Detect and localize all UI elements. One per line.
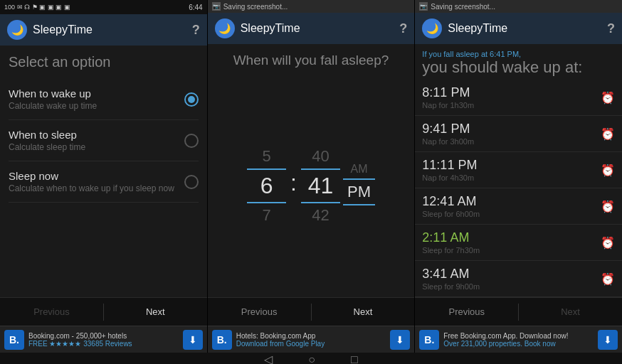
wake-time-0-sub: Nap for 1h30m [422,101,474,109]
app-title-2: SleepyTime [241,22,300,35]
wake-time-3[interactable]: 12:41 AM Sleep for 6h00m ⏰ [415,188,622,225]
minute-below: 42 [312,203,329,228]
hour-current: 6 [247,168,286,203]
ad-bar-1[interactable]: B. Booking.com - 250,000+ hotels FREE ★★… [0,326,207,353]
wake-time-4-main: 2:11 AM [422,230,480,245]
saving-bar-2: 📷 Saving screenshot... [208,0,415,13]
wake-time-2[interactable]: 11:11 PM Nap for 4h30m ⏰ [415,152,622,188]
screen-3: 📷 Saving screenshot... 🌙 SleepyTime ? If… [415,0,622,353]
prev-btn-3[interactable]: Previous [415,298,518,326]
ad-bar-3[interactable]: B. Free Booking.com App. Download now! O… [415,326,622,353]
app-logo-1: 🌙 [7,20,27,40]
wake-time-5[interactable]: 3:41 AM Sleep for 9h00m ⏰ [415,261,622,297]
wake-time-5-sub: Sleep for 9h00m [422,282,480,291]
time-colon: : [290,170,297,202]
wake-time-0[interactable]: 8:11 PM Nap for 1h30m ⏰ [415,80,622,116]
wake-time-3-main: 12:41 AM [422,194,480,209]
app-header-2: 🌙 SleepyTime ? [208,13,415,44]
asleep-text: If you fall asleep at 6:41 PM, [422,50,615,58]
ad-download-2[interactable]: ⬇ [390,330,410,350]
status-time-1: 6:44 [189,4,202,11]
hour-column[interactable]: 5 6 7 [247,144,286,228]
app-header-left-1: 🌙 SleepyTime [7,20,93,40]
wake-time-5-main: 3:41 AM [422,267,480,282]
wake-time-4[interactable]: 2:11 AM Sleep for 7h30m ⏰ [415,225,622,261]
saving-text-3: Saving screenshot... [431,3,495,11]
ad-text-2: Hotels: Booking.com App Download from Go… [236,332,386,348]
minute-above: 40 [312,144,329,168]
screen3-content: If you fall asleep at 6:41 PM, you shoul… [415,44,622,297]
wake-time-2-text: 11:11 PM Nap for 4h30m [422,158,477,182]
app-help-3[interactable]: ? [607,21,615,36]
screen1-content: Select an option When to wake up Calcula… [0,46,207,297]
clock-icon-2: ⏰ [601,164,615,177]
ad-main-2: Hotels: Booking.com App [236,332,386,340]
app-logo-3: 🌙 [422,18,442,38]
wake-time-4-sub: Sleep for 7h30m [422,246,480,255]
wake-time-4-text: 2:11 AM Sleep for 7h30m [422,230,480,255]
back-button[interactable]: ◁ [264,353,273,364]
ad-text-3: Free Booking.com App. Download now! Over… [443,332,594,348]
hour-below: 7 [262,203,270,228]
next-btn-2[interactable]: Next [312,298,415,326]
ad-bar-2[interactable]: B. Hotels: Booking.com App Download from… [208,326,415,353]
screen3-header: If you fall asleep at 6:41 PM, you shoul… [415,44,622,80]
ad-main-1: Booking.com - 250,000+ hotels [28,332,179,340]
saving-bar-3: 📷 Saving screenshot... [415,0,622,13]
ad-main-3: Free Booking.com App. Download now! [443,332,594,340]
clock-icon-3: ⏰ [601,200,615,213]
saving-text-2: Saving screenshot... [223,3,288,11]
time-picker-area: 5 6 7 : 40 41 42 AM PM [215,74,408,297]
prev-btn-1[interactable]: Previous [0,298,103,326]
wake-time-1[interactable]: 9:41 PM Nap for 3h00m ⏰ [415,116,622,152]
prev-btn-2[interactable]: Previous [208,298,311,326]
app-header-1: 🌙 SleepyTime ? [0,14,207,46]
option-sleep-now-title: Sleep now [9,170,174,182]
radio-when-sleep[interactable] [184,134,199,148]
home-button[interactable]: ○ [308,353,315,364]
app-header-left-3: 🌙 SleepyTime [422,18,507,38]
next-btn-3[interactable]: Next [519,298,622,326]
ad-download-3[interactable]: ⬇ [598,330,618,350]
radio-sleep-now[interactable] [184,175,199,189]
hour-above: 5 [262,144,270,168]
wake-time-0-main: 8:11 PM [422,85,474,100]
app-help-2[interactable]: ? [399,21,407,36]
option-wake-up[interactable]: When to wake up Calculate wake up time [9,79,199,120]
option-sleep-now[interactable]: Sleep now Calculate when to wake up if y… [9,161,199,203]
option-wake-up-title: When to wake up [9,87,97,100]
recents-button[interactable]: □ [351,353,358,364]
ad-download-1[interactable]: ⬇ [183,330,203,350]
minute-current: 41 [301,168,340,203]
clock-icon-0: ⏰ [601,91,615,105]
ad-sub-2: Download from Google Play [236,340,386,348]
app-help-1[interactable]: ? [192,23,200,38]
status-bar-1: 100 ✉ ☊ ⚑ ▣ ▣ ▣ ▣ 6:44 [0,0,207,14]
status-bar-right-1: 6:44 [189,4,202,11]
wake-time-3-text: 12:41 AM Sleep for 6h00m [422,194,480,218]
next-btn-1[interactable]: Next [104,298,207,326]
ad-sub-1: FREE ★★★★★ 33685 Reviews [28,340,179,348]
saving-icon-2: 📷 [212,2,221,11]
status-icons-1: 100 ✉ ☊ ⚑ ▣ ▣ ▣ ▣ [4,4,70,11]
option-wake-up-text: When to wake up Calculate wake up time [9,87,97,111]
time-picker: 5 6 7 : 40 41 42 AM PM [247,144,375,228]
app-title-3: SleepyTime [448,22,507,35]
wake-title: you should wake up at: [422,58,615,77]
option-when-sleep-title: When to sleep [9,129,85,141]
clock-icon-4: ⏰ [601,236,615,250]
wake-time-2-main: 11:11 PM [422,158,477,173]
ampm-above: AM [350,160,367,178]
option-sleep-now-subtitle: Calculate when to wake up if you sleep n… [9,183,174,193]
ad-logo-3: B. [419,330,439,350]
wake-time-3-sub: Sleep for 6h00m [422,210,480,218]
app-header-left-2: 🌙 SleepyTime [215,18,300,38]
ampm-column[interactable]: AM PM [343,160,375,211]
radio-wake-up[interactable] [184,92,199,107]
option-when-sleep[interactable]: When to sleep Calculate sleep time [9,120,199,161]
wake-time-1-sub: Nap for 3h00m [422,137,474,146]
wake-time-2-sub: Nap for 4h30m [422,173,477,182]
ad-sub-3: Over 231,000 properties. Book now [443,340,594,348]
minute-column[interactable]: 40 41 42 [301,144,340,228]
wake-time-5-text: 3:41 AM Sleep for 9h00m [422,267,480,291]
